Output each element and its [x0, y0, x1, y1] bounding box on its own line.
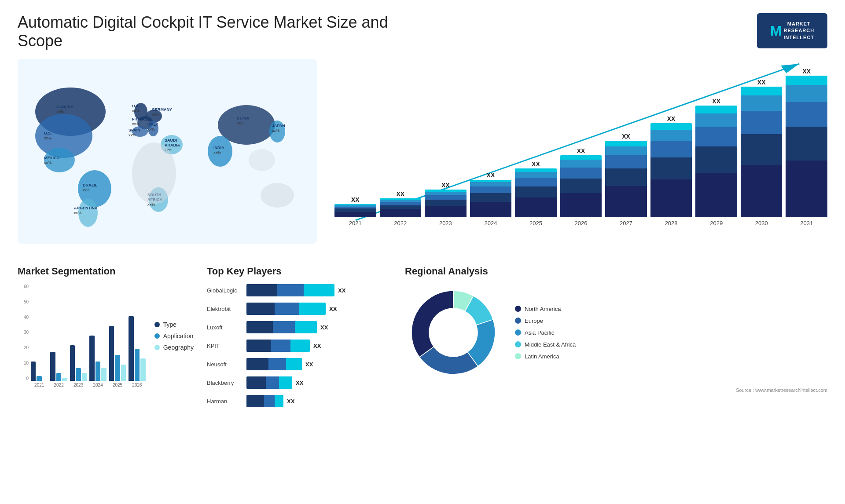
players-title: Top Key Players: [207, 266, 392, 277]
regional-label: Asia Pacific: [525, 329, 554, 336]
svg-text:xx%: xx%: [132, 122, 140, 126]
player-seg1: [246, 340, 271, 352]
player-seg2: [264, 395, 275, 407]
regional-legend-item-asia-pacific: Asia Pacific: [515, 329, 576, 336]
svg-text:JAPAN: JAPAN: [272, 124, 285, 128]
svg-text:xx%: xx%: [44, 161, 51, 165]
player-seg2: [275, 303, 299, 315]
player-row-blackberry: BlackberryXX: [207, 376, 392, 389]
svg-point-49: [261, 183, 294, 208]
donut-chart-area: North AmericaEuropeAsia PacificMiddle Ea…: [405, 284, 827, 381]
x-label-2024: 2024: [470, 220, 512, 226]
players-list: GlobalLogicXXElektrobitXXLuxoftXXKPITXXN…: [207, 284, 392, 407]
player-bar: [246, 395, 283, 407]
player-name: Elektrobit: [207, 306, 246, 312]
player-seg2: [268, 358, 286, 370]
player-seg2: [277, 284, 304, 296]
svg-text:xx%: xx%: [152, 112, 159, 117]
bar-seg-1-2023: [425, 200, 467, 206]
seg-bar-2-2022: [62, 378, 67, 381]
svg-text:xx%: xx%: [213, 150, 221, 155]
bar-seg-1-2022: [380, 205, 422, 210]
player-value: XX: [338, 287, 345, 294]
regional-dot: [515, 341, 521, 347]
segmentation-section: Market Segmentation 60 50 40 30 20 10 0 …: [18, 266, 194, 413]
player-bar: [246, 376, 292, 389]
seg-bar-2-2026: [140, 358, 145, 381]
bar-seg-4-2027: [605, 141, 647, 146]
player-seg1: [246, 376, 266, 389]
player-row-harman: HarmanXX: [207, 395, 392, 407]
player-bar: [246, 303, 326, 315]
bar-seg-1-2030: [741, 134, 783, 165]
player-seg1: [246, 303, 275, 315]
segmentation-chart: 60 50 40 30 20 10 0 20212022202320242025…: [18, 284, 194, 387]
legend-label: Application: [163, 332, 194, 340]
player-bar-container: XX: [246, 340, 392, 352]
player-seg3: [295, 321, 317, 333]
bar-seg-3-2024: [470, 182, 512, 186]
top-section: CANADA xx% U.S. xx% MEXICO xx% BRAZIL xx…: [18, 59, 827, 252]
svg-text:MEXICO: MEXICO: [44, 156, 60, 160]
svg-text:CHINA: CHINA: [237, 116, 250, 121]
bar-seg-1-2024: [470, 193, 512, 202]
legend-dot: [154, 333, 160, 339]
page-title: Automatic Digital Cockpit IT Service Mar…: [18, 13, 414, 50]
bar-seg-1-2025: [515, 186, 557, 197]
bar-stack-2024: [470, 179, 512, 217]
player-bar-container: XX: [246, 303, 392, 315]
bar-label-2030: XX: [757, 79, 766, 86]
bar-label-2026: XX: [577, 147, 585, 154]
svg-text:xx%: xx%: [272, 128, 279, 133]
seg-x-2021: 2021: [31, 383, 48, 387]
player-seg3: [275, 395, 283, 407]
seg-x-2025: 2025: [109, 383, 126, 387]
player-value: XX: [329, 306, 337, 312]
world-map: CANADA xx% U.S. xx% MEXICO xx% BRAZIL xx…: [18, 59, 317, 252]
bar-stack-2022: [380, 198, 422, 217]
regional-legend-item-latin-america: Latin America: [515, 353, 576, 360]
seg-bar-1-2024: [96, 362, 100, 381]
regional-legend: North AmericaEuropeAsia PacificMiddle Ea…: [515, 306, 576, 360]
player-bar: [246, 284, 334, 296]
player-bar: [246, 340, 310, 352]
svg-text:GERMANY: GERMANY: [152, 107, 172, 112]
svg-text:xx%: xx%: [237, 121, 244, 125]
bar-column-2022: XX: [380, 68, 422, 217]
bar-seg-0-2023: [425, 206, 467, 217]
svg-text:ARABIA: ARABIA: [165, 143, 180, 147]
seg-bar-1-2026: [135, 349, 140, 381]
seg-group-2024: [89, 284, 106, 381]
bar-seg-3-2026: [560, 160, 602, 168]
seg-group-2021: [31, 284, 48, 381]
legend-dot: [154, 345, 160, 350]
player-value: XX: [296, 380, 303, 386]
seg-bar-0-2026: [129, 316, 133, 381]
source-text: Source : www.marketresearchintellect.com: [405, 387, 827, 393]
bar-x-axis: 2021202220232024202520262027202820292030…: [334, 220, 827, 226]
seg-group-2026: [129, 284, 145, 381]
bar-column-2024: XX: [470, 68, 512, 217]
bar-seg-4-2030: [741, 87, 783, 95]
bar-column-2023: XX: [425, 68, 467, 217]
bar-label-2023: XX: [441, 182, 450, 189]
seg-bar-0-2024: [89, 336, 94, 381]
bar-seg-2-2028: [650, 141, 692, 157]
bar-seg-0-2031: [786, 161, 827, 217]
player-name: Harman: [207, 398, 246, 405]
player-value: XX: [305, 361, 313, 368]
players-section: Top Key Players GlobalLogicXXElektrobitX…: [207, 266, 392, 413]
player-name: KPIT: [207, 343, 246, 349]
bar-stack-2023: [425, 190, 467, 217]
player-bar-container: XX: [246, 284, 392, 296]
seg-group-2022: [50, 284, 67, 381]
regional-dot: [515, 329, 521, 336]
logo-area: M MARKETRESEARCHINTELLECT: [757, 13, 827, 48]
svg-text:xx%: xx%: [44, 136, 51, 140]
bar-seg-0-2022: [380, 209, 422, 217]
bar-column-2026: XX: [560, 68, 602, 217]
svg-point-50: [249, 149, 275, 171]
bar-seg-4-2026: [560, 155, 602, 160]
seg-bar-0-2023: [70, 345, 75, 381]
seg-group-2023: [70, 284, 87, 381]
